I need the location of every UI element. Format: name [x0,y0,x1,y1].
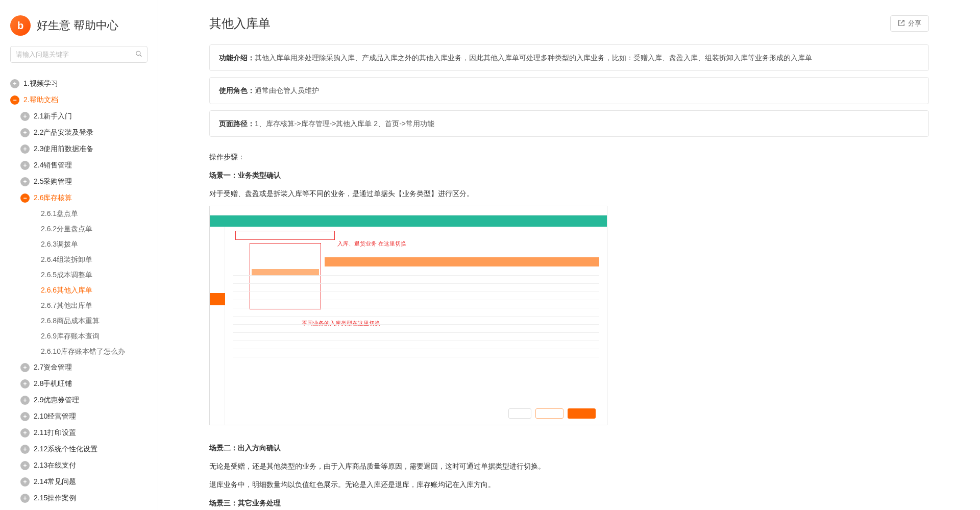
steps-label: 操作步骤： [209,150,929,164]
page-title: 其他入库单 [209,15,271,32]
nav-2-4[interactable]: +2.4销售管理 [20,157,148,174]
scene2-title: 场景二：出入方向确认 [209,441,929,455]
role-box: 使用角色：通常由仓管人员维护 [209,77,929,104]
role-text: 通常由仓管人员维护 [255,86,319,94]
share-label: 分享 [908,19,921,28]
intro-box: 功能介绍：其他入库单用来处理除采购入库、产成品入库之外的其他入库业务，因此其他入… [209,44,929,71]
nav-2-5[interactable]: +2.5采购管理 [20,174,148,190]
nav-2-3[interactable]: +2.3使用前数据准备 [20,141,148,157]
article-body: 操作步骤： 场景一：业务类型确认 对于受赠、盘盈或是拆装入库等不同的业务，是通过… [209,150,929,510]
nav-2-6-7[interactable]: 2.6.7其他出库单 [41,298,148,313]
nav-2-1[interactable]: +2.1新手入门 [20,108,148,125]
intro-label: 功能介绍： [219,54,255,62]
nav-2-11[interactable]: +2.11打印设置 [20,425,148,441]
role-label: 使用角色： [219,86,255,94]
scene3-title: 场景三：其它业务处理 [209,496,929,510]
nav-2-6-3[interactable]: 2.6.3调拨单 [41,237,148,252]
scene1-title: 场景一：业务类型确认 [209,168,929,182]
share-button[interactable]: 分享 [890,15,929,32]
logo-icon: b [10,15,31,36]
site-title: 好生意 帮助中心 [37,18,118,33]
nav-2-2[interactable]: +2.2产品安装及登录 [20,125,148,141]
svg-line-1 [140,55,142,57]
nav-help-docs[interactable]: −2.帮助文档 [10,92,148,108]
path-text: 1、库存核算->库存管理->其他入库单 2、首页->常用功能 [255,119,434,128]
nav-2-6-8[interactable]: 2.6.8商品成本重算 [41,313,148,329]
intro-text: 其他入库单用来处理除采购入库、产成品入库之外的其他入库业务，因此其他入库单可处理… [255,54,812,62]
scene1-text: 对于受赠、盘盈或是拆装入库等不同的业务，是通过单据头【业务类型】进行区分。 [209,186,929,201]
logo-row: b 好生意 帮助中心 [10,15,148,36]
nav-2-8[interactable]: +2.8手机旺铺 [20,376,148,392]
nav-2-6-5[interactable]: 2.6.5成本调整单 [41,268,148,283]
nav-2-15[interactable]: +2.15操作案例 [20,490,148,506]
search-input[interactable] [10,46,148,63]
nav-2-7[interactable]: +2.7资金管理 [20,359,148,376]
nav-2-6-4[interactable]: 2.6.4组装拆卸单 [41,252,148,268]
nav-2-6-10[interactable]: 2.6.10库存账本错了怎么办 [41,344,148,359]
nav-2-6[interactable]: −2.6库存核算 [20,190,148,206]
nav-2-12[interactable]: +2.12系统个性化设置 [20,441,148,457]
main-content: 其他入库单 分享 功能介绍：其他入库单用来处理除采购入库、产成品入库之外的其他入… [158,0,980,510]
nav-2-14[interactable]: +2.14常见问题 [20,474,148,490]
screenshot-annot-1: 入库、退货业务 在这里切换 [337,238,406,249]
scene2-text-2: 退库业务中，明细数量均以负值红色展示。无论是入库还是退库，库存账均记在入库方向。 [209,477,929,492]
screenshot-1: 入库、退货业务 在这里切换 不同业务的入库类型在这里切换 [209,206,607,425]
nav-2-6-2[interactable]: 2.6.2分量盘点单 [41,222,148,237]
nav-2-6-6[interactable]: 2.6.6其他入库单 [41,283,148,298]
path-label: 页面路径： [219,119,255,128]
share-icon [898,19,905,28]
nav-2-10[interactable]: +2.10经营管理 [20,408,148,425]
nav-tree: +1.视频学习 −2.帮助文档 +2.1新手入门 +2.2产品安装及登录 +2.… [10,76,148,506]
svg-point-0 [136,51,140,55]
nav-video[interactable]: +1.视频学习 [10,76,148,92]
path-box: 页面路径：1、库存核算->库存管理->其他入库单 2、首页->常用功能 [209,110,929,137]
nav-2-9[interactable]: +2.9优惠券管理 [20,392,148,408]
search-box [10,46,148,63]
search-icon[interactable] [135,50,142,59]
title-row: 其他入库单 分享 [209,15,929,32]
nav-2-6-1[interactable]: 2.6.1盘点单 [41,206,148,222]
sidebar: b 好生意 帮助中心 +1.视频学习 −2.帮助文档 +2.1新手入门 +2.2… [0,0,158,510]
scene2-text-1: 无论是受赠，还是其他类型的业务，由于入库商品质量等原因，需要退回，这时可通过单据… [209,459,929,473]
nav-2-6-9[interactable]: 2.6.9库存账本查询 [41,329,148,344]
nav-2-13[interactable]: +2.13在线支付 [20,457,148,474]
